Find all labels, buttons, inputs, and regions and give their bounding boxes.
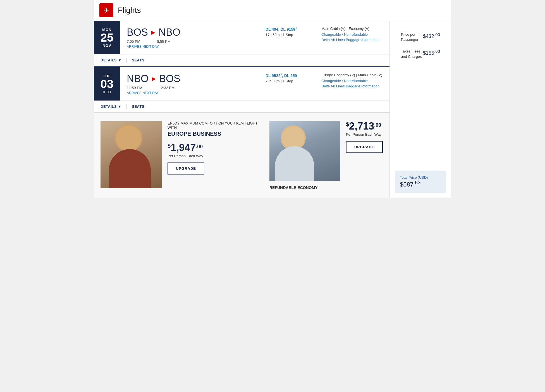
taxes-value: $155.63 [423,49,440,56]
flight-1-month: NOV [102,44,111,48]
flight-2-details-button[interactable]: DETAILS ▼ [101,104,122,109]
total-price-value: $587.63 [400,180,441,188]
flight-1-info: BOS ▶ NBO 7:05 PM 8:55 PM ARRIVES NEXT D… [120,21,261,54]
route-arrow-icon: ▶ [151,29,155,35]
page-title: Flights [118,6,141,15]
right-price-dollar: $ [346,121,349,128]
total-price-label: Total Price (USD) [400,175,441,180]
total-cents: .63 [413,180,420,185]
ppp-dollar: $ [423,34,426,39]
left-price-cents: .00 [196,144,203,150]
flight-2-details-col: DL 95221, DL 259 20h 33m | 1 Stop [261,67,317,101]
left-price-amount: 1,947 [171,143,196,153]
flight-1-route: BOS ▶ NBO [127,27,254,38]
upgrade-button-left[interactable]: UPGRADE [168,162,204,175]
flight-2-info: NBO ▶ BOS 11:59 PM 12:32 PM ARRIVES NEXT… [120,67,261,101]
flight-1-dest: NBO [159,27,180,38]
flight-2-baggage-link[interactable]: Delta Air Lines Baggage Information [321,84,385,88]
flight-1-seats-button[interactable]: SEATS [132,58,144,62]
flight-2-duration: 20h 33m | 1 Stop [266,79,312,83]
flight-2-details-bar: DETAILS ▼ | SEATS [94,101,389,113]
flight-2-nums: DL 95221, DL 259 [266,73,312,78]
flight-2-month: DEC [103,90,111,94]
flight-1-arrives-next: ARRIVES NEXT DAY [127,45,254,49]
right-per-person: Per Person Each Way [346,132,383,137]
flight-1-dest-time: 8:55 PM [157,39,170,44]
flights-list: MON 25 NOV BOS ▶ NBO 7:05 PM 8:55 PM ARR… [94,21,390,198]
details-chevron-icon-2: ▼ [118,104,121,109]
upgrade-card-left: ENJOY MAXIMUM COMFORT ON YOUR KLM FLIGHT… [101,121,258,190]
flight-row-1: MON 25 NOV BOS ▶ NBO 7:05 PM 8:55 PM ARR… [94,21,389,54]
flight-1-origin-time: 7:05 PM [127,39,140,44]
route-arrow-icon-2: ▶ [152,76,156,82]
details-chevron-icon: ▼ [118,58,121,62]
price-sidebar: Price per Passenger $432.00 Taxes, Fees … [390,21,451,198]
taxes-dollar: $ [423,50,426,56]
ppp-amount: 432 [426,34,434,39]
sidebar-content: Price per Passenger $432.00 Taxes, Fees … [395,27,446,193]
taxes-label: Taxes, Fees and Charges [401,49,423,59]
flight-1-times: 7:05 PM 8:55 PM [127,39,254,44]
flight-1-origin: BOS [127,27,148,38]
flight-1-details-button[interactable]: DETAILS ▼ [101,58,122,62]
flight-2-dest-time: 12:32 PM [159,86,175,90]
flight-2-origin: NBO [127,73,149,85]
taxes-amount: 155 [426,50,434,56]
flight-2-date: TUE 03 DEC [94,67,120,101]
right-price-amount: 2,713 [349,121,374,131]
flight-1-details-bar: DETAILS ▼ | SEATS [94,54,389,66]
price-per-passenger-label: Price per Passenger [401,32,423,42]
flight-1-baggage-link[interactable]: Delta Air Lines Baggage Information [321,38,385,42]
taxes-row: Taxes, Fees and Charges $155.63 [401,49,440,59]
left-per-person: Per Person Each Way [168,154,258,158]
price-per-passenger-value: $432.00 [423,32,440,39]
upgrade-price-right: $ 2,713 .00 [346,121,383,131]
upgrade-button-right[interactable]: UPGRADE [346,141,383,153]
flight-2-times: 11:59 PM 12:32 PM [127,86,254,90]
right-price-cents: .00 [374,122,381,128]
flight-1-date: MON 25 NOV [94,21,120,54]
flight-2-day-num: 03 [101,78,114,90]
details-separator: | [126,57,128,63]
flight-2-arrives-next: ARRIVES NEXT DAY [127,91,254,95]
flight-2-route: NBO ▶ BOS [127,73,254,85]
total-dollar: $ [400,181,403,188]
upgrade-card-right: $ 2,713 .00 Per Person Each Way UPGRADE … [269,121,383,190]
left-price-dollar: $ [168,143,171,149]
upgrade-price-left: $ 1,947 .00 [168,143,258,153]
flight-2-cabin-type: Europe Economy (V) | Main Cabin (V) [321,73,385,77]
flight-1-nums: DL 404, DL 91591 [266,27,312,32]
ppp-cents: .00 [434,32,440,37]
upgrade-right-content: $ 2,713 .00 Per Person Each Way UPGRADE [269,121,383,181]
upgrade-promo-text: ENJOY MAXIMUM COMFORT ON YOUR KLM FLIGHT… [168,121,258,130]
flight-1-details-col: DL 404, DL 91591 17h 50m | 1 Stop [261,21,317,54]
flight-1-cabin-type: Main Cabin (V) | Economy (V) [321,27,385,31]
upgrade-text-left: ENJOY MAXIMUM COMFORT ON YOUR KLM FLIGHT… [168,121,258,175]
flight-2-origin-time: 11:59 PM [127,86,142,90]
upgrade-section: ENJOY MAXIMUM COMFORT ON YOUR KLM FLIGHT… [94,113,389,198]
page-header: ✈ Flights [94,0,451,21]
airplane-icon: ✈ [103,6,109,15]
upgrade-class-name: EUROPE BUSINESS [168,131,258,137]
sidebar-prices: Price per Passenger $432.00 Taxes, Fees … [395,27,446,171]
taxes-cents: .63 [434,49,440,54]
upgrade-image-left [101,121,162,188]
flight-1-day-num: 25 [101,32,114,44]
flight-2-cabin-col: Europe Economy (V) | Main Cabin (V) Chan… [317,67,389,101]
flight-1-cabin-col: Main Cabin (V) | Economy (V) Changeable … [317,21,389,54]
flight-1-duration: 17h 50m | 1 Stop [266,33,312,37]
upgrade-text-right: $ 2,713 .00 Per Person Each Way UPGRADE [346,121,383,153]
total-price-section: Total Price (USD) $587.63 [395,171,446,193]
flight-2-dest: BOS [159,73,180,85]
flight-2-seats-button[interactable]: SEATS [132,104,144,109]
flight-1-changeable-link[interactable]: Changeable / Nonrefundable [321,32,385,37]
details-separator-2: | [126,104,128,109]
refundable-label: REFUNDABLE ECONOMY [269,185,383,190]
flight-2-changeable-link[interactable]: Changeable / Nonrefundable [321,79,385,83]
total-amount: 587 [403,181,413,188]
upgrade-image-right [269,121,340,181]
flights-icon: ✈ [99,3,113,17]
flight-row-2: TUE 03 DEC NBO ▶ BOS 11:59 PM 12:32 PM A… [94,67,389,101]
main-content: MON 25 NOV BOS ▶ NBO 7:05 PM 8:55 PM ARR… [94,21,451,198]
price-per-passenger-row: Price per Passenger $432.00 [401,32,440,42]
